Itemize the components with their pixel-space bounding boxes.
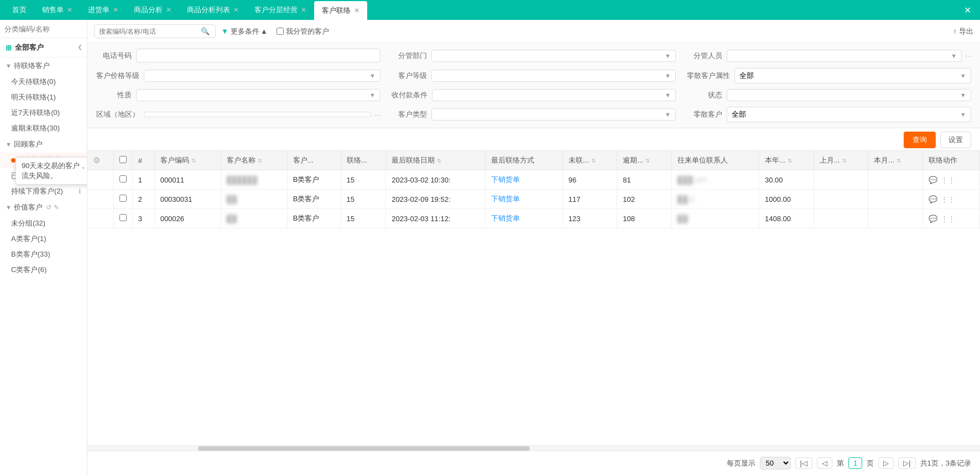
row-contact: 15 xyxy=(341,170,386,190)
tab-sales[interactable]: 销售单 ✕ xyxy=(34,0,80,20)
region-select[interactable] xyxy=(144,112,371,117)
row-checkbox[interactable] xyxy=(113,209,132,228)
row-last-contact-method[interactable]: 下销货单 xyxy=(485,190,562,209)
export-button[interactable]: ↑ 导出 xyxy=(953,27,974,36)
sidebar-item-7days[interactable]: 近7天待联络(0) xyxy=(0,105,87,121)
last-month-col-header[interactable]: 上月...⇅ xyxy=(814,151,868,170)
action-chat-icon[interactable]: 💬 xyxy=(929,195,937,203)
action-chat-icon[interactable]: 💬 xyxy=(929,176,937,184)
row-action[interactable]: 💬 ⋮⋮ xyxy=(922,170,979,190)
person-more[interactable]: ··· xyxy=(962,51,971,60)
sort-icon-3: ⇅ xyxy=(437,158,441,164)
filter-row-zero-attr: 零散客户属性 全部 ▼ xyxy=(687,68,971,83)
close-customer-contact-tab[interactable]: ✕ xyxy=(354,7,359,14)
status-select[interactable]: ▼ xyxy=(727,89,971,101)
sidebar-search-input[interactable] xyxy=(4,25,87,33)
settings-button[interactable]: 设置 xyxy=(940,132,971,148)
overdue-col-header[interactable]: 逾期...⇅ xyxy=(617,151,672,170)
row-action[interactable]: 💬 ⋮⋮ xyxy=(922,209,979,228)
price-level-select[interactable]: ▼ xyxy=(144,70,380,82)
close-purchase-tab[interactable]: ✕ xyxy=(113,6,118,14)
settings-gear-icon[interactable]: ⚙ xyxy=(93,155,100,165)
sidebar-item-today[interactable]: 今天待联络(0) xyxy=(0,74,87,90)
sidebar-item-c-class[interactable]: C类客户(6) xyxy=(0,262,87,278)
customer-type-select[interactable]: ▼ xyxy=(431,108,676,121)
action-more-icon[interactable]: ⋮⋮ xyxy=(941,195,955,203)
filter-more-conditions[interactable]: ▼ 更多条件 ▲ xyxy=(221,27,268,36)
dept-chevron: ▼ xyxy=(665,53,671,59)
tab-purchase[interactable]: 进货单 ✕ xyxy=(80,0,126,20)
main-layout: 🔍 ⊞ 全部客户 《 ▼ 待联络客户 今天待联络(0) 明天待联络(1) 近7天… xyxy=(0,20,980,475)
status-chevron: ▼ xyxy=(960,92,966,98)
sidebar-item-b-class[interactable]: B类客户(33) xyxy=(0,247,87,262)
this-year-col-header[interactable]: 本年...⇅ xyxy=(759,151,814,170)
zero-customer-label: 零散客户 xyxy=(687,109,727,119)
nature-select[interactable]: ▼ xyxy=(136,89,380,101)
sidebar-search-container: 🔍 xyxy=(0,20,87,38)
this-month-col-header[interactable]: 本月...⇅ xyxy=(868,151,923,170)
zero-customer-select[interactable]: 全部 ▼ xyxy=(727,107,971,122)
payment-select[interactable]: ▼ xyxy=(432,89,676,101)
row-last-contact-method[interactable]: 下销货单 xyxy=(485,170,562,190)
sidebar-all-customers[interactable]: ⊞ 全部客户 《 xyxy=(0,38,87,58)
sidebar-section-pending[interactable]: ▼ 待联络客户 xyxy=(0,58,87,74)
row-checkbox[interactable] xyxy=(113,190,132,209)
refresh-icon[interactable]: ↺ xyxy=(46,203,51,211)
person-select[interactable]: ▼ xyxy=(727,50,962,62)
seq-col-header: # xyxy=(132,151,154,170)
sidebar-item-a-class[interactable]: A类客户(1) xyxy=(0,231,87,247)
my-customers-checkbox[interactable] xyxy=(277,28,284,35)
query-button[interactable]: 查询 xyxy=(904,132,936,148)
action-more-icon[interactable]: ⋮⋮ xyxy=(941,176,955,184)
filter-my-customers[interactable]: 我分管的客户 xyxy=(277,27,329,36)
last-page-btn[interactable]: ▷| xyxy=(898,457,915,469)
no-contact-col-header[interactable]: 未联...⇅ xyxy=(562,151,617,170)
row-last-contact-method[interactable]: 下销货单 xyxy=(485,209,562,228)
edit-icon[interactable]: ✎ xyxy=(54,203,59,211)
per-page-select[interactable]: 50 100 200 xyxy=(760,457,791,469)
row-action[interactable]: 💬 ⋮⋮ xyxy=(922,190,979,209)
code-col-header[interactable]: 客户编码⇅ xyxy=(154,151,221,170)
filter-search-icon[interactable]: 🔍 xyxy=(201,27,210,35)
close-sales-tab[interactable]: ✕ xyxy=(67,6,72,14)
last-contact-date-col-header[interactable]: 最后联络日期⇅ xyxy=(386,151,486,170)
first-page-btn[interactable]: |◁ xyxy=(795,457,812,469)
tab-customer-layer[interactable]: 客户分层经营 ✕ xyxy=(247,0,314,20)
tab-customer-contact[interactable]: 客户联络 ✕ xyxy=(314,1,367,20)
horizontal-scrollbar[interactable] xyxy=(87,445,980,451)
close-customer-layer-tab[interactable]: ✕ xyxy=(301,6,306,14)
filter-search-input[interactable] xyxy=(99,28,199,35)
row-name: ██ xyxy=(221,190,287,209)
region-more[interactable]: ··· xyxy=(371,111,380,119)
customer-level-select[interactable]: ▼ xyxy=(431,70,676,82)
data-table: ⚙ # 客户编码⇅ 客户名称⇅ 客户... 联络... 最后联络日期⇅ xyxy=(87,151,980,228)
tab-product-analysis[interactable]: 商品分析 ✕ xyxy=(126,0,179,20)
row-checkbox[interactable] xyxy=(113,170,132,190)
next-page-btn[interactable]: ▷ xyxy=(878,457,894,469)
close-window[interactable]: ✕ xyxy=(960,5,976,15)
phone-input[interactable] xyxy=(136,49,380,62)
sidebar-item-tomorrow[interactable]: 明天待联络(1) xyxy=(0,90,87,105)
sidebar-item-ungroup[interactable]: 未分组(32) xyxy=(0,216,87,231)
tab-home[interactable]: 首页 xyxy=(4,0,34,20)
dept-select[interactable]: ▼ xyxy=(431,50,676,62)
prev-page-btn[interactable]: ◁ xyxy=(817,457,832,469)
name-col-header[interactable]: 客户名称⇅ xyxy=(221,151,287,170)
select-all-checkbox[interactable] xyxy=(119,156,127,163)
row-overdue: 108 xyxy=(617,209,672,228)
row-code: 000011 xyxy=(154,170,221,190)
action-more-icon[interactable]: ⋮⋮ xyxy=(941,215,955,223)
sidebar-section-value[interactable]: ▼ 价值客户 ↺ ✎ xyxy=(0,199,87,216)
row-no-contact: 117 xyxy=(562,190,617,209)
filter-search-box[interactable]: 🔍 xyxy=(94,24,216,38)
sidebar-item-overdue[interactable]: 逾期未联络(30) xyxy=(0,121,87,136)
close-product-analysis-list-tab[interactable]: ✕ xyxy=(233,6,239,14)
scrollbar-thumb[interactable] xyxy=(198,446,530,451)
action-chat-icon[interactable]: 💬 xyxy=(929,215,937,223)
close-product-analysis-tab[interactable]: ✕ xyxy=(166,6,171,14)
sidebar-section-lost[interactable]: ▼ 回顾客户 xyxy=(0,136,87,153)
tab-product-analysis-list[interactable]: 商品分析列表 ✕ xyxy=(179,0,247,20)
zero-attr-select[interactable]: 全部 ▼ xyxy=(734,68,971,83)
sidebar-item-declining[interactable]: 持续下滑客户(2) ℹ xyxy=(0,184,87,199)
settings-col-header[interactable]: ⚙ xyxy=(87,151,113,170)
